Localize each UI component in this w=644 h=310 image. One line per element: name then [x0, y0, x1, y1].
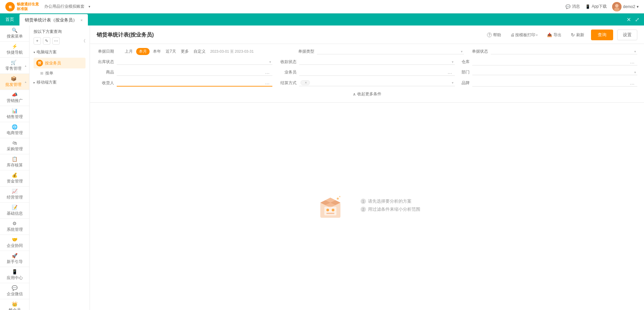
- mobile-group-label: 移动端方案: [37, 80, 57, 85]
- warehouse-dots[interactable]: …: [629, 59, 636, 64]
- sidebar-item-quicknav[interactable]: ⚡ 快捷导航: [0, 42, 29, 58]
- sidebar-item-purchase[interactable]: 🛍 采购管理: [0, 138, 29, 154]
- group-arrow-icon: ▾: [34, 51, 35, 54]
- more-schema-btn[interactable]: ⋯: [52, 37, 60, 45]
- add-schema-btn[interactable]: +: [34, 37, 41, 45]
- search-icon: 🔍: [12, 28, 17, 33]
- user-dropdown-icon: ▾: [637, 4, 639, 9]
- sidebar-item-member-label: 畅会员: [9, 307, 21, 310]
- mobile-schema-group: ▸ 移动端方案: [30, 78, 90, 87]
- sidebar-item-weixin-label: 企业微信: [7, 291, 23, 297]
- mobile-group-header[interactable]: ▸ 移动端方案: [34, 78, 86, 87]
- print-icon: 🖨: [511, 33, 515, 37]
- collapse-btn[interactable]: ∧ 收起更多条件: [353, 91, 381, 97]
- header-left: 畅 畅捷通好生意 标准版 办公用品行业模拟账套 ▾: [5, 2, 90, 11]
- sidebar-item-enterprise[interactable]: 🤝 企业协同: [0, 235, 29, 251]
- sidebar-item-marketing[interactable]: 📣 营销推广: [0, 90, 29, 106]
- brand-dots[interactable]: …: [629, 80, 636, 86]
- wholesale-arrow-icon: ▴: [25, 80, 26, 84]
- operations-icon: 📈: [12, 189, 17, 194]
- app-download-action[interactable]: 📱 App下载: [585, 4, 607, 9]
- message-action[interactable]: 💬 消息: [566, 4, 580, 9]
- sidebar-item-appcenter[interactable]: 📱 应用中心: [0, 267, 29, 283]
- sub-sidebar-title: 按以下方案查询: [34, 29, 62, 35]
- date-btn-this-month[interactable]: 本月: [136, 48, 150, 55]
- breadcrumb-dropdown-icon[interactable]: ▾: [89, 5, 90, 8]
- user-area[interactable]: demo2 ▾: [612, 2, 639, 11]
- collapse-subsidebar-btn[interactable]: 《: [82, 38, 86, 44]
- page-actions: ? 帮助 🖨 按模板打印 ▾ 📤 导出 ↻ 刷新: [484, 30, 637, 40]
- sidebar-item-wholesale[interactable]: 📦 批发管理 ▴: [0, 74, 29, 90]
- salesperson-dots[interactable]: …: [446, 69, 453, 75]
- sidebar-item-ecommerce-label: 电商管理: [7, 130, 23, 136]
- collapse-row: ∧ 收起更多条件: [97, 89, 637, 98]
- sidebar-item-operations-label: 经营管理: [7, 195, 23, 200]
- out-status-label: 出库状态: [97, 59, 114, 65]
- svg-point-12: [326, 209, 329, 211]
- filter-area: 单据日期 上月 本月 本年 近7天 更多 自定义 2023-03-01 至 20…: [90, 44, 644, 103]
- doc-type-chevron: ▾: [461, 50, 463, 53]
- message-label: 消息: [572, 4, 580, 9]
- ecommerce-icon: 🌐: [12, 124, 17, 130]
- desktop-group-header[interactable]: ▾ 电脑端方案: [34, 47, 86, 57]
- settlement-tag-close[interactable]: ×: [305, 81, 307, 85]
- tab-close-icon[interactable]: ×: [80, 18, 83, 22]
- more-icon: ⋯: [54, 39, 58, 43]
- date-label: 单据日期: [97, 49, 114, 54]
- schema-item-salesperson-label: 按业务员: [45, 60, 61, 66]
- collapse-icon: 《: [82, 39, 86, 43]
- date-range-text: 2023-03-01 至 2023-03-31: [210, 49, 254, 54]
- help-btn[interactable]: ? 帮助: [484, 31, 504, 39]
- edit-schema-btn[interactable]: ✎: [43, 37, 50, 45]
- tab-home[interactable]: 首页: [0, 13, 19, 25]
- export-btn[interactable]: 📤 导出: [544, 31, 564, 39]
- sidebar-item-member[interactable]: 👑 畅会员: [0, 299, 29, 310]
- sidebar-item-ecommerce[interactable]: 🌐 电商管理: [0, 122, 29, 138]
- logo-area[interactable]: 畅 畅捷通好生意 标准版: [5, 2, 39, 11]
- settings-btn[interactable]: 设置: [617, 30, 637, 40]
- brand-label: 品牌: [462, 80, 470, 86]
- sidebar-item-finance[interactable]: 💰 资金管理: [0, 170, 29, 187]
- date-btn-last7[interactable]: 近7天: [164, 48, 177, 55]
- svg-rect-14: [326, 213, 334, 214]
- tab-close-all-btn[interactable]: ✕: [626, 16, 632, 23]
- consignee-dots[interactable]: …: [264, 80, 271, 85]
- sidebar-item-basic[interactable]: 📝 基础信息: [0, 203, 29, 219]
- sidebar-item-sales[interactable]: 📊 销售管理: [0, 106, 29, 122]
- sidebar-item-newuser[interactable]: 🚀 新手引导: [0, 251, 29, 267]
- dept-chevron: ▾: [634, 70, 636, 74]
- pay-method-chevron: ▾: [452, 81, 453, 85]
- query-btn[interactable]: 查询: [591, 30, 613, 40]
- refresh-btn[interactable]: ↻ 刷新: [568, 31, 587, 39]
- sidebar-item-retail[interactable]: 🛒 零售管理 ▴: [0, 58, 29, 74]
- date-btn-last-month[interactable]: 上月: [123, 48, 134, 55]
- goods-dots[interactable]: …: [264, 69, 271, 75]
- quicknav-icon: ⚡: [12, 44, 17, 49]
- top-header: 畅 畅捷通好生意 标准版 办公用品行业模拟账套 ▾ 💬 消息 📱 App下载: [0, 0, 644, 13]
- tab-bar: 首页 销货单统计表（按业务员） × ✕ ⤢: [0, 13, 644, 25]
- date-btn-this-year[interactable]: 本年: [152, 48, 162, 55]
- goods-label: 商品: [97, 69, 114, 75]
- purchase-icon: 🛍: [12, 140, 17, 146]
- user-name: demo2: [623, 4, 635, 9]
- pay-status-chevron: ▾: [452, 60, 453, 64]
- schema-sub-item-order[interactable]: ⊞ 按单: [34, 69, 86, 78]
- template-print-btn[interactable]: 🖨 按模板打印 ▾: [508, 31, 540, 39]
- sidebar-item-wholesale-label: 批发管理: [5, 82, 21, 88]
- schema-sub-item-order-label: 按单: [45, 70, 53, 76]
- retail-arrow-icon: ▴: [25, 64, 26, 67]
- tab-home-label: 首页: [5, 16, 14, 22]
- tab-fullscreen-btn[interactable]: ⤢: [634, 16, 640, 23]
- date-btn-custom[interactable]: 自定义: [192, 48, 207, 55]
- svg-point-3: [615, 4, 619, 7]
- sidebar-item-retail-label: 零售管理: [5, 66, 21, 71]
- date-btn-more[interactable]: 更多: [179, 48, 190, 55]
- salesperson-schema-icon: 按: [36, 60, 43, 66]
- sidebar-item-operations[interactable]: 📈 经营管理: [0, 187, 29, 203]
- schema-item-salesperson[interactable]: 按 按业务员: [34, 58, 86, 68]
- tab-sales-stats[interactable]: 销货单统计表（按业务员） ×: [19, 14, 88, 26]
- sidebar-item-weixin[interactable]: 💬 企业微信: [0, 283, 29, 299]
- sidebar-item-system[interactable]: ⚙ 系统管理: [0, 219, 29, 235]
- sidebar-item-search[interactable]: 🔍 搜索菜单: [0, 25, 29, 42]
- sidebar-item-inventory[interactable]: 📋 库存核算: [0, 154, 29, 170]
